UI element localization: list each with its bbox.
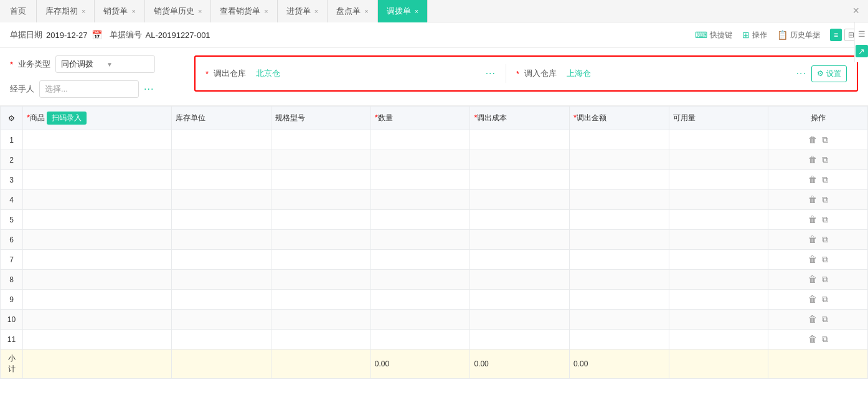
tab-view-sales[interactable]: 查看销货单 × (211, 0, 277, 22)
delete-icon-3[interactable]: 🗑 (808, 174, 817, 185)
cell-amount-10[interactable] (570, 310, 669, 330)
copy-icon-11[interactable]: ⧉ (822, 334, 828, 345)
cell-spec-9[interactable] (271, 290, 371, 310)
cell-qty-5[interactable] (370, 210, 470, 230)
cell-product-7[interactable] (23, 250, 172, 270)
cell-amount-6[interactable] (570, 230, 669, 250)
cell-spec-5[interactable] (271, 210, 371, 230)
cell-product-3[interactable] (23, 170, 172, 190)
copy-icon-2[interactable]: ⧉ (822, 155, 828, 165)
cell-qty-11[interactable] (370, 330, 470, 350)
tab-transfer-close[interactable]: × (415, 7, 418, 15)
cell-unit-7[interactable] (172, 250, 271, 270)
cell-product-2[interactable] (23, 150, 172, 170)
cell-unit-1[interactable] (172, 130, 271, 150)
cell-cost-5[interactable] (470, 210, 570, 230)
cell-qty-3[interactable] (370, 170, 470, 190)
cell-cost-9[interactable] (470, 290, 570, 310)
tab-inventory-check[interactable]: 盘点单 × (328, 0, 377, 22)
cell-spec-10[interactable] (271, 310, 371, 330)
delete-icon-1[interactable]: 🗑 (808, 135, 817, 145)
scan-entry-button[interactable]: 扫码录入 (47, 112, 87, 125)
cell-amount-1[interactable] (570, 130, 669, 150)
cell-available-4[interactable] (669, 190, 768, 210)
cell-qty-4[interactable] (370, 190, 470, 210)
cell-available-1[interactable] (669, 130, 768, 150)
tab-inventory-check-close[interactable]: × (364, 7, 368, 15)
copy-icon-6[interactable]: ⧉ (822, 234, 828, 245)
tab-inventory-init-close[interactable]: × (82, 7, 85, 15)
in-warehouse-more-btn[interactable]: ··· (796, 68, 806, 79)
history-action[interactable]: 📋 历史单据 (777, 30, 820, 40)
tab-sales-history-close[interactable]: × (198, 7, 202, 15)
tab-purchase[interactable]: 进货单 × (278, 0, 328, 22)
cell-amount-7[interactable] (570, 250, 669, 270)
cell-spec-11[interactable] (271, 330, 371, 350)
cell-unit-11[interactable] (172, 330, 271, 350)
delete-icon-11[interactable]: 🗑 (808, 334, 817, 345)
delete-icon-4[interactable]: 🗑 (808, 194, 817, 205)
copy-icon-5[interactable]: ⧉ (822, 214, 828, 225)
cell-amount-3[interactable] (570, 170, 669, 190)
cell-spec-3[interactable] (271, 170, 371, 190)
cell-product-10[interactable] (23, 310, 172, 330)
delete-icon-7[interactable]: 🗑 (808, 254, 817, 265)
cell-amount-4[interactable] (570, 190, 669, 210)
operations-action[interactable]: ⊞ 操作 (742, 30, 767, 40)
operator-more-btn[interactable]: ··· (144, 83, 154, 95)
shortcuts-action[interactable]: ⌨ 快捷键 (695, 30, 732, 40)
delete-icon-9[interactable]: 🗑 (808, 294, 817, 305)
delete-icon-10[interactable]: 🗑 (808, 314, 817, 325)
cell-available-2[interactable] (669, 150, 768, 170)
cell-product-4[interactable] (23, 190, 172, 210)
cell-cost-1[interactable] (470, 130, 570, 150)
delete-icon-5[interactable]: 🗑 (808, 214, 817, 225)
cell-qty-8[interactable] (370, 270, 470, 290)
cell-qty-7[interactable] (370, 250, 470, 270)
cell-qty-10[interactable] (370, 310, 470, 330)
tab-purchase-close[interactable]: × (314, 7, 318, 15)
out-warehouse-more-btn[interactable]: ··· (486, 68, 496, 79)
cell-available-8[interactable] (669, 270, 768, 290)
copy-icon-3[interactable]: ⧉ (822, 174, 828, 185)
window-close-button[interactable]: × (844, 0, 868, 22)
copy-icon-7[interactable]: ⧉ (822, 254, 828, 265)
cell-amount-8[interactable] (570, 270, 669, 290)
cell-spec-7[interactable] (271, 250, 371, 270)
cell-cost-11[interactable] (470, 330, 570, 350)
cell-amount-11[interactable] (570, 330, 669, 350)
sidebar-notes-btn[interactable]: ☰ (856, 27, 868, 40)
sidebar-expand-btn[interactable]: ↗ (856, 45, 868, 57)
cell-cost-2[interactable] (470, 150, 570, 170)
tab-sales-order-close[interactable]: × (131, 7, 135, 15)
cell-unit-3[interactable] (172, 170, 271, 190)
delete-icon-2[interactable]: 🗑 (808, 155, 817, 165)
cell-unit-8[interactable] (172, 270, 271, 290)
cell-available-11[interactable] (669, 330, 768, 350)
cell-unit-9[interactable] (172, 290, 271, 310)
cell-spec-2[interactable] (271, 150, 371, 170)
cell-qty-6[interactable] (370, 230, 470, 250)
delete-icon-8[interactable]: 🗑 (808, 274, 817, 285)
cell-product-6[interactable] (23, 230, 172, 250)
cell-spec-8[interactable] (271, 270, 371, 290)
cell-spec-4[interactable] (271, 190, 371, 210)
cell-unit-10[interactable] (172, 310, 271, 330)
cell-unit-4[interactable] (172, 190, 271, 210)
cell-product-11[interactable] (23, 330, 172, 350)
cell-cost-4[interactable] (470, 190, 570, 210)
cell-product-1[interactable] (23, 130, 172, 150)
cell-cost-10[interactable] (470, 310, 570, 330)
cell-spec-6[interactable] (271, 230, 371, 250)
cell-available-10[interactable] (669, 310, 768, 330)
copy-icon-4[interactable]: ⧉ (822, 194, 828, 205)
settings-button[interactable]: ⚙ 设置 (811, 65, 847, 82)
operator-select[interactable]: 选择... (39, 80, 139, 98)
cell-product-9[interactable] (23, 290, 172, 310)
cell-amount-9[interactable] (570, 290, 669, 310)
cell-available-6[interactable] (669, 230, 768, 250)
cell-cost-8[interactable] (470, 270, 570, 290)
cell-available-9[interactable] (669, 290, 768, 310)
cell-amount-2[interactable] (570, 150, 669, 170)
cell-product-8[interactable] (23, 270, 172, 290)
